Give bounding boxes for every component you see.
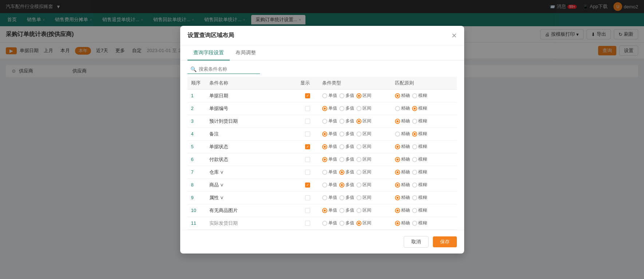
dialog-overlay: 设置查询区域布局 ✕ 查询字段设置 布局调整 🔍 顺序	[0, 0, 644, 83]
search-icon: 🔍	[190, 66, 197, 72]
dialog-table-wrap: 顺序 条件名称 显示 条件类型 匹配原则 1单据日期单值多值区间精确模糊2单据编…	[180, 77, 464, 83]
dialog-tab-layout[interactable]: 布局调整	[230, 46, 262, 60]
col-type-header: 条件类型	[319, 77, 391, 83]
dialog-close-button[interactable]: ✕	[451, 32, 457, 40]
dialog-tab-fields-label: 查询字段设置	[193, 50, 224, 55]
search-wrap: 🔍	[187, 65, 260, 74]
settings-dialog: 设置查询区域布局 ✕ 查询字段设置 布局调整 🔍 顺序	[180, 26, 464, 83]
dialog-search-area: 🔍	[180, 60, 464, 77]
dialog-tabs: 查询字段设置 布局调整	[180, 46, 464, 60]
col-name-header: 条件名称	[206, 77, 297, 83]
col-order-header: 顺序	[187, 77, 206, 83]
conditions-table: 顺序 条件名称 显示 条件类型 匹配原则 1单据日期单值多值区间精确模糊2单据编…	[187, 77, 457, 83]
col-show-header: 显示	[297, 77, 319, 83]
dialog-tab-layout-label: 布局调整	[236, 50, 256, 55]
dialog-header: 设置查询区域布局 ✕	[180, 26, 464, 46]
col-rule-header: 匹配原则	[391, 77, 457, 83]
condition-search-input[interactable]	[199, 66, 257, 72]
dialog-title: 设置查询区域布局	[187, 32, 234, 39]
table-header-row: 顺序 条件名称 显示 条件类型 匹配原则	[187, 77, 457, 83]
dialog-tab-fields[interactable]: 查询字段设置	[187, 46, 230, 60]
